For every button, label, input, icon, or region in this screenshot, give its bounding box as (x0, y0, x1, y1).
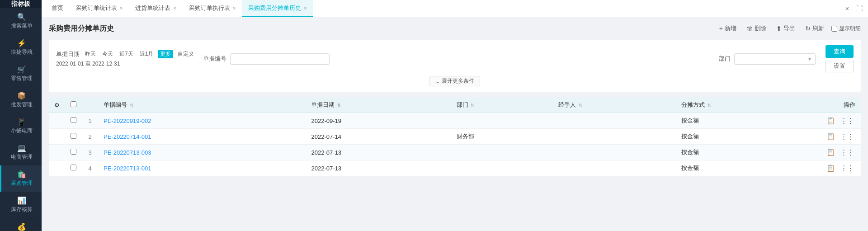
row-more-btn-2[interactable]: ⋮⋮ (839, 148, 855, 157)
cell-split-1: 按金额 (676, 129, 820, 145)
display-toggle-checkbox[interactable] (831, 26, 837, 32)
tab-label-goods-in-stats: 进货单统计表 (135, 4, 170, 12)
sidebar-logo: 指标板 (0, 0, 42, 8)
cell-settings-0 (49, 113, 65, 129)
delete-button[interactable]: 🗑 删除 (744, 23, 769, 34)
table-row: 4 PE-20220713-001 2022-07-13 按金额 📋 ⋮⋮ (49, 160, 861, 176)
sort-split-icon[interactable]: ⇅ (708, 103, 711, 108)
tab-label-purchase-order-stats: 采购订单统计表 (76, 4, 117, 12)
tab-purchase-cost-history[interactable]: 采购费用分摊单历史× (242, 0, 313, 17)
col-date: 单据日期 ⇅ (306, 97, 451, 113)
sidebar-item-search[interactable]: 🔍 搜索菜单 (0, 8, 42, 34)
sort-date-icon[interactable]: ⇅ (337, 103, 341, 108)
cell-docno-3: PE-20220713-001 (98, 160, 306, 176)
tab-home[interactable]: 首页 (45, 0, 70, 17)
cell-actions-3: 📋 ⋮⋮ (820, 160, 861, 176)
tab-label-purchase-cost-history: 采购费用分摊单历史 (248, 4, 301, 12)
close-all-tabs-button[interactable]: × (844, 4, 851, 13)
tab-label-home: 首页 (52, 4, 63, 12)
sort-dept-icon[interactable]: ⇅ (471, 103, 474, 108)
sidebar-label-retail: 零售管理 (11, 75, 33, 82)
sort-docno-icon[interactable]: ⇅ (130, 103, 133, 108)
retail-icon: 🛒 (17, 65, 26, 74)
ecommerce-icon: 💻 (17, 144, 26, 152)
tab-controls: × ⛶ (844, 4, 864, 13)
date-today[interactable]: 今天 (100, 50, 115, 58)
row-checkbox-1[interactable] (71, 133, 76, 139)
filter-settings-button[interactable]: 设置 (826, 60, 854, 72)
refresh-button[interactable]: ↻ 刷新 (802, 23, 827, 34)
doc-link-2[interactable]: PE-20220713-003 (104, 149, 151, 156)
date-7days[interactable]: 近7天 (118, 50, 135, 58)
table-row: 3 PE-20220713-003 2022-07-13 按金额 📋 ⋮⋮ (49, 145, 861, 160)
dept-label: 部门 (719, 55, 731, 63)
finance-icon: 💰 (17, 222, 26, 231)
sidebar-item-inventory[interactable]: 📊 库存核算 (0, 192, 42, 218)
cell-dept-3 (451, 160, 553, 176)
cell-dept-1: 财务部 (451, 129, 553, 145)
col-dept: 部门 ⇅ (451, 97, 553, 113)
date-yesterday[interactable]: 昨天 (83, 50, 98, 58)
cell-handler-3 (553, 160, 676, 176)
sidebar-item-retail[interactable]: 🛒 零售管理 (0, 61, 42, 87)
row-more-btn-3[interactable]: ⋮⋮ (839, 164, 855, 173)
sidebar-item-finance[interactable]: 💰 资金管理 (0, 218, 42, 231)
tab-close-purchase-cost-history[interactable]: × (304, 5, 307, 11)
doc-link-0[interactable]: PE-20220919-002 (104, 118, 151, 124)
cell-split-2: 按金额 (676, 145, 820, 160)
tab-purchase-order-exec[interactable]: 采购订单执行表× (183, 0, 242, 17)
cell-docno-1: PE-20220714-001 (98, 129, 306, 145)
sidebar-item-miniapp[interactable]: 📱 小畅电商 (0, 113, 42, 139)
tabs-container: 首页采购订单统计表×进货单统计表×采购订单执行表×采购费用分摊单历史× (45, 0, 844, 17)
row-edit-btn-1[interactable]: 📋 (825, 132, 836, 141)
date-more[interactable]: 更多 (158, 50, 173, 58)
fullscreen-button[interactable]: ⛶ (854, 4, 864, 13)
cell-actions-1: 📋 ⋮⋮ (820, 129, 861, 145)
display-toggle[interactable]: 显示明细 (831, 25, 861, 33)
sidebar: 指标板 🔍 搜索菜单 ⚡ 快捷导航 🛒 零售管理 📦 批发管理 📱 小畅电商 💻… (0, 0, 42, 231)
docno-input[interactable] (230, 53, 330, 65)
page-content: 采购费用分摊单历史 + 新增 🗑 删除 ⬆ 导出 ↻ 刷新 (42, 17, 868, 231)
doc-link-3[interactable]: PE-20220713-001 (104, 165, 151, 172)
tab-close-goods-in-stats[interactable]: × (173, 5, 176, 11)
row-checkbox-0[interactable] (71, 117, 76, 123)
expand-more-button[interactable]: ⌄ 展开更多条件 (429, 76, 480, 86)
tab-goods-in-stats[interactable]: 进货单统计表× (129, 0, 182, 17)
sidebar-item-shortcut[interactable]: ⚡ 快捷导航 (0, 34, 42, 61)
sidebar-item-ecommerce[interactable]: 💻 电商管理 (0, 139, 42, 165)
date-1month[interactable]: 近1月 (138, 50, 156, 58)
filter-dept-group: 部门 财务部 ▼ (719, 53, 818, 65)
row-edit-btn-0[interactable]: 📋 (825, 116, 836, 125)
select-all-checkbox[interactable] (71, 101, 76, 107)
sidebar-item-wholesale[interactable]: 📦 批发管理 (0, 87, 42, 113)
cell-split-3: 按金额 (676, 160, 820, 176)
date-shortcuts: 昨天 今天 近7天 近1月 更多 自定义 (83, 50, 196, 58)
row-checkbox-2[interactable] (71, 149, 76, 155)
add-button[interactable]: + 新增 (717, 23, 739, 34)
tab-close-purchase-order-stats[interactable]: × (120, 5, 123, 11)
search-button[interactable]: 查询 (826, 45, 854, 58)
expand-row: ⌄ 展开更多条件 (56, 76, 854, 86)
dept-select[interactable]: 财务部 (734, 53, 816, 65)
date-custom[interactable]: 自定义 (176, 50, 196, 58)
row-more-btn-0[interactable]: ⋮⋮ (839, 116, 855, 125)
export-button[interactable]: ⬆ 导出 (774, 23, 798, 34)
row-edit-btn-3[interactable]: 📋 (825, 164, 836, 173)
sort-handler-icon[interactable]: ⇅ (579, 103, 582, 108)
tab-purchase-order-stats[interactable]: 采购订单统计表× (70, 0, 129, 17)
row-checkbox-3[interactable] (71, 165, 76, 170)
row-more-btn-1[interactable]: ⋮⋮ (839, 132, 855, 141)
cell-checkbox-1 (65, 129, 82, 145)
cell-actions-2: 📋 ⋮⋮ (820, 145, 861, 160)
main-content: 首页采购订单统计表×进货单统计表×采购订单执行表×采购费用分摊单历史× × ⛶ … (42, 0, 868, 231)
col-settings[interactable]: ⚙ (49, 97, 65, 113)
row-edit-btn-2[interactable]: 📋 (825, 148, 836, 157)
table-wrapper: ⚙ 单据编号 ⇅ 单据日期 ⇅ (49, 97, 861, 176)
cell-split-0: 按金额 (676, 113, 820, 129)
doc-link-1[interactable]: PE-20220714-001 (104, 133, 151, 140)
page-title: 采购费用分摊单历史 (49, 24, 114, 33)
tab-close-purchase-order-exec[interactable]: × (233, 5, 236, 11)
filter-date-group: 单据日期 昨天 今天 近7天 近1月 更多 自定义 2022-01-01 至 2… (56, 50, 196, 68)
filter-docno-group: 单据编号 (203, 53, 712, 65)
sidebar-item-purchase[interactable]: 🛍️ 采购管理 (0, 165, 42, 192)
